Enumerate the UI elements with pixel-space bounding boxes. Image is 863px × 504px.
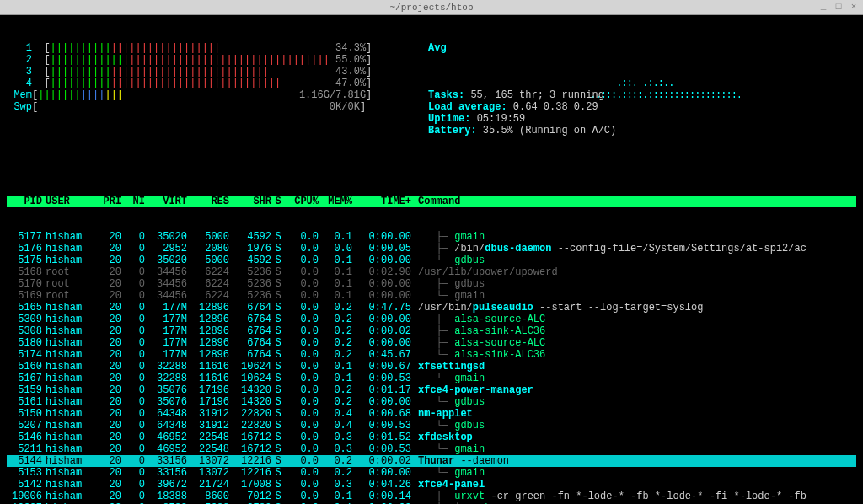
cpu-meter-2: 2 [|||||||||||||||||||||||||||||||||||||… bbox=[7, 54, 420, 66]
process-row[interactable]: 5167hisham200322881161610624S0.00.10:00.… bbox=[7, 373, 856, 384]
minimize-icon[interactable]: _ bbox=[817, 2, 829, 13]
process-row[interactable]: 5308hisham200177M128966764S0.00.20:00.02… bbox=[7, 325, 856, 337]
process-row[interactable]: 5176hisham200295220801976S0.00.00:00.05 … bbox=[7, 243, 856, 255]
swp-meter: Swp[ 0K/0K] bbox=[7, 101, 420, 113]
window-title: ~/projects/htop bbox=[389, 3, 473, 13]
process-row[interactable]: 5180hisham200177M128966764S0.00.20:00.00… bbox=[7, 337, 856, 349]
process-row[interactable]: 19006hisham2001838886007012S0.00.10:00.1… bbox=[7, 491, 856, 502]
column-headers: PIDUSERPRINIVIRTRESSHRSCPU%MEM%TIME+Comm… bbox=[7, 196, 856, 207]
close-icon[interactable]: × bbox=[848, 2, 860, 13]
process-row[interactable]: 5161hisham200350761719614320S0.00.20:00.… bbox=[7, 396, 856, 408]
process-row[interactable]: 5146hisham200469522254816712S0.00.30:01.… bbox=[7, 432, 856, 443]
process-row[interactable]: 5177hisham2003502050004592S0.00.10:00.00… bbox=[7, 231, 856, 243]
avg-label: Avg bbox=[428, 42, 447, 54]
process-row[interactable]: 5153hisham200331561307212216S0.00.20:00.… bbox=[7, 467, 856, 479]
header-area: 1 [|||||||||||||||||||||||||||| 34.3%]2 … bbox=[7, 42, 856, 137]
process-row[interactable]: 5144hisham200331561307212216S0.00.20:00.… bbox=[7, 455, 856, 467]
process-row[interactable]: 5175hisham2003502050004592S0.00.10:00.00… bbox=[7, 255, 856, 266]
process-row[interactable]: 5207hisham200643483191222820S0.00.40:00.… bbox=[7, 420, 856, 432]
terminal[interactable]: 1 [|||||||||||||||||||||||||||| 34.3%]2 … bbox=[0, 15, 863, 504]
maximize-icon[interactable]: □ bbox=[833, 2, 844, 13]
info-panel: Avg .::. .:.:.. ..:::.::::.:::::::::::::… bbox=[420, 42, 742, 137]
load-info: Load average: 0.64 0.38 0.29 bbox=[428, 101, 742, 113]
cpu-meter-4: 4 [|||||||||||||||||||||||||||||||||||||… bbox=[7, 78, 420, 89]
process-row[interactable]: 5142hisham200396722172417008S0.00.30:04.… bbox=[7, 479, 856, 491]
process-row[interactable]: 5170root2003445662245236S0.00.10:00.00 ├… bbox=[7, 278, 856, 290]
meters-panel: 1 [|||||||||||||||||||||||||||| 34.3%]2 … bbox=[7, 42, 420, 137]
cpu-meter-3: 3 [|||||||||||||||||||||||||||||||||||| … bbox=[7, 66, 420, 78]
cpu-meter-1: 1 [|||||||||||||||||||||||||||| 34.3%] bbox=[7, 42, 420, 54]
process-row[interactable]: 5159hisham200350761719614320S0.00.20:01.… bbox=[7, 384, 856, 396]
window-controls: _ □ × bbox=[817, 2, 860, 13]
uptime-info: Uptime: 05:19:59 bbox=[428, 113, 742, 125]
process-row[interactable]: 5168root2003445662245236S0.00.10:02.90/u… bbox=[7, 266, 856, 278]
process-row[interactable]: 5160hisham200322881161610624S0.00.10:00.… bbox=[7, 361, 856, 373]
process-row[interactable]: 5211hisham200469522254816712S0.00.30:00.… bbox=[7, 443, 856, 455]
process-row[interactable]: 5309hisham200177M128966764S0.00.20:00.00… bbox=[7, 314, 856, 325]
process-list[interactable]: 5177hisham2003502050004592S0.00.10:00.00… bbox=[7, 231, 856, 504]
window-titlebar: ~/projects/htop _ □ × bbox=[0, 0, 863, 15]
avg-sparkline: .::. .:.:.. ..:::.::::.:::::::::::::::::… bbox=[428, 78, 742, 89]
process-row[interactable]: 5174hisham200177M128966764S0.00.20:45.67… bbox=[7, 349, 856, 361]
process-row[interactable]: 5150hisham200643483191222820S0.00.40:00.… bbox=[7, 408, 856, 420]
battery-info: Battery: 35.5% (Running on A/C) bbox=[428, 125, 742, 137]
process-row[interactable]: 5169root2003445662245236S0.00.10:00.00 └… bbox=[7, 290, 856, 302]
process-row[interactable]: 5165hisham200177M128966764S0.00.20:47.75… bbox=[7, 302, 856, 314]
mem-meter: Mem[|||||||||||||| 1.16G/7.81G] bbox=[7, 89, 420, 101]
